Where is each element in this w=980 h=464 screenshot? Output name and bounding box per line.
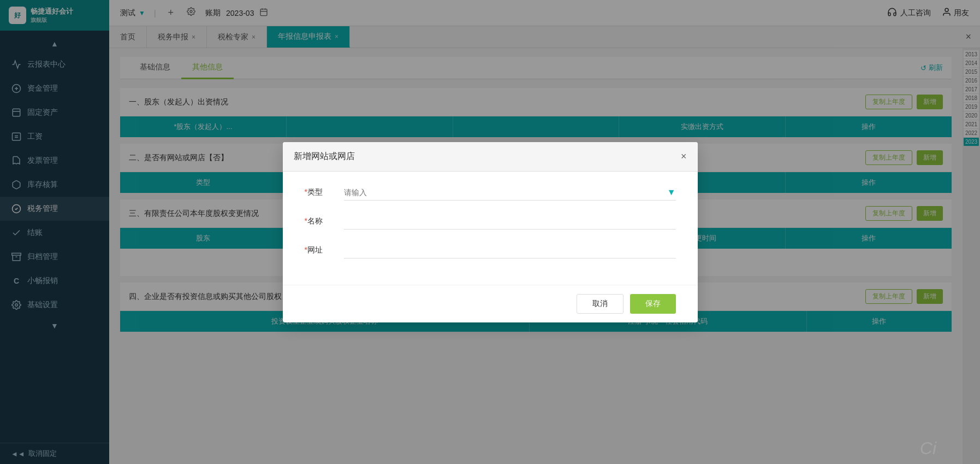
dialog-overlay: 新增网站或网店 × *类型 ▼ *名称	[0, 0, 980, 464]
url-input[interactable]	[344, 243, 676, 259]
type-dropdown-arrow[interactable]: ▼	[667, 187, 676, 197]
name-input-wrap	[344, 214, 676, 230]
form-field-url: *网址	[305, 243, 676, 259]
name-label: *名称	[305, 216, 337, 226]
type-label: *类型	[305, 187, 337, 197]
dialog-footer: 取消 保存	[283, 285, 698, 322]
name-input[interactable]	[344, 214, 676, 230]
url-label: *网址	[305, 245, 337, 255]
form-field-name: *名称	[305, 214, 676, 230]
dialog-title: 新增网站或网店	[294, 151, 355, 162]
url-label-text: 网址	[307, 245, 323, 254]
cancel-button[interactable]: 取消	[577, 294, 623, 314]
name-label-text: 名称	[307, 216, 323, 225]
dialog-header: 新增网站或网店 ×	[283, 142, 698, 172]
save-button[interactable]: 保存	[630, 294, 676, 314]
dialog-close-button[interactable]: ×	[681, 151, 687, 161]
add-website-dialog: 新增网站或网店 × *类型 ▼ *名称	[283, 142, 698, 322]
type-input-wrap: ▼	[344, 185, 676, 201]
form-field-type: *类型 ▼	[305, 185, 676, 201]
url-input-wrap	[344, 243, 676, 259]
type-label-text: 类型	[307, 187, 323, 196]
type-input[interactable]	[344, 185, 676, 201]
dialog-body: *类型 ▼ *名称 *网址	[283, 172, 698, 285]
